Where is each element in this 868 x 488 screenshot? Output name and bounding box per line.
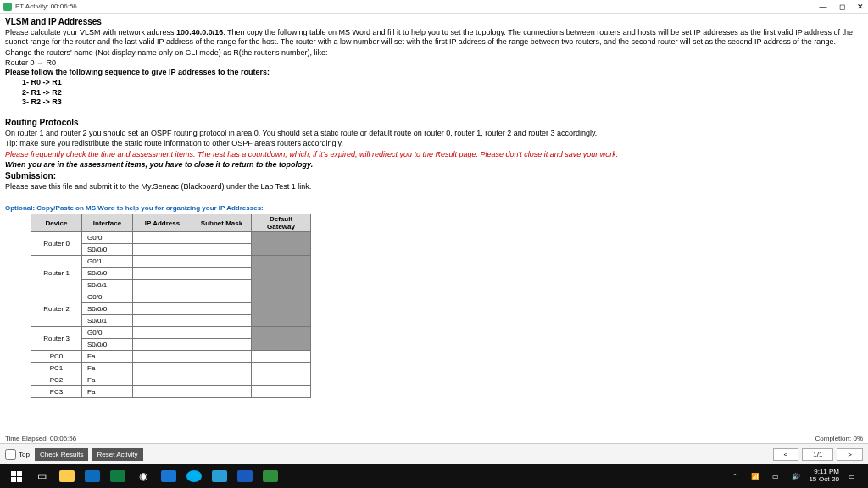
gateway-cell	[252, 363, 311, 374]
device-cell: PC2	[31, 374, 82, 386]
app-icon	[3, 3, 12, 11]
sequence-list: 1- R0 -> R1 2- R1 -> R2 3- R2 -> R3	[22, 78, 863, 108]
mask-cell	[192, 291, 252, 303]
minimize-button[interactable]: —	[819, 3, 827, 11]
interface-cell: S0/0/1	[82, 315, 133, 327]
section-heading-submission: Submission:	[5, 171, 863, 180]
interface-cell: S0/0/0	[82, 303, 133, 315]
gateway-cell	[252, 291, 311, 327]
tray-chevron-icon[interactable]: ˄	[727, 469, 743, 484]
skype-button[interactable]	[181, 467, 207, 485]
mask-cell	[192, 351, 252, 363]
optional-note: Optional: Copy/Paste on MS Word to help …	[5, 204, 863, 212]
start-button[interactable]	[3, 467, 29, 485]
ip-cell	[133, 232, 192, 244]
col-interface: Interface	[82, 214, 133, 232]
ip-cell	[133, 315, 192, 327]
prev-page-button[interactable]: <	[773, 448, 799, 461]
mask-cell	[192, 386, 252, 398]
instruction-paragraph-2: Change the routers' name (Not display na…	[5, 48, 863, 58]
interface-cell: G0/0	[82, 291, 133, 303]
taskbar-clock[interactable]: 9:11 PM 15-Oct-20	[809, 469, 839, 484]
network-icon[interactable]: 📶	[748, 469, 763, 484]
gateway-cell	[252, 351, 311, 363]
interface-cell: S0/0/0	[82, 268, 133, 280]
activity-footer: Top Check Results Reset Activity < 1/1 >	[0, 443, 868, 464]
mask-cell	[192, 363, 252, 374]
windows-taskbar: ▭ ◉ ˄ 📶 ▭ 🔊 9:11 PM 15-Oct-20 ▭	[0, 464, 868, 488]
interface-cell: S0/0/0	[82, 244, 133, 256]
close-button[interactable]: ✕	[856, 3, 865, 11]
maximize-button[interactable]: ◻	[837, 3, 846, 11]
reset-activity-button[interactable]: Reset Activity	[92, 448, 142, 461]
mask-cell	[192, 303, 252, 315]
system-tray[interactable]: ˄ 📶 ▭ 🔊 9:11 PM 15-Oct-20 ▭	[727, 469, 865, 484]
ip-cell	[133, 291, 192, 303]
time-elapsed-label: Time Elapsed: 00:06:56	[5, 435, 76, 442]
word-button[interactable]	[232, 467, 258, 485]
sequence-item-3: 3- R2 -> R3	[22, 97, 863, 108]
mask-cell	[192, 339, 252, 351]
col-mask: Subnet Mask	[192, 214, 252, 232]
chrome-button[interactable]: ◉	[131, 467, 156, 485]
gateway-cell	[252, 386, 311, 398]
ip-cell	[133, 351, 192, 363]
battery-icon[interactable]: ▭	[768, 469, 783, 484]
packet-tracer-button[interactable]	[258, 467, 283, 485]
window-title: PT Activity: 00:06:56	[15, 3, 819, 10]
top-checkbox[interactable]	[5, 449, 16, 460]
app-button-1[interactable]	[156, 467, 181, 485]
section-heading-vlsm: VLSM and IP Addresses	[5, 17, 863, 26]
notifications-icon[interactable]: ▭	[844, 469, 860, 484]
device-cell: PC0	[31, 351, 82, 363]
windows-logo-icon	[11, 471, 22, 482]
table-row: Router 1G0/1	[31, 256, 311, 268]
mail-button[interactable]	[80, 467, 105, 485]
table-row: Router 2G0/0	[31, 291, 311, 303]
ip-cell	[133, 303, 192, 315]
table-row: PC2Fa	[31, 374, 311, 386]
completion-label: Completion: 0%	[815, 435, 863, 442]
mask-cell	[192, 256, 252, 268]
ip-cell	[133, 374, 192, 386]
excel-button[interactable]	[105, 467, 131, 485]
sequence-item-2: 2- R1 -> R2	[22, 88, 863, 98]
device-cell: Router 1	[31, 256, 82, 291]
device-cell: PC1	[31, 363, 82, 374]
ip-cell	[133, 256, 192, 268]
interface-cell: Fa	[82, 374, 133, 386]
interface-cell: S0/0/1	[82, 280, 133, 291]
page-indicator: 1/1	[802, 448, 833, 461]
table-row: PC3Fa	[31, 386, 311, 398]
submission-paragraph: Please save this file and submit it to t…	[5, 182, 863, 191]
instruction-paragraph-1: Please calculate your VLSM with network …	[5, 28, 863, 47]
check-results-button[interactable]: Check Results	[35, 448, 89, 461]
table-row: Router 3G0/0	[31, 327, 311, 339]
mask-cell	[192, 232, 252, 244]
mask-cell	[192, 315, 252, 327]
file-explorer-button[interactable]	[54, 467, 80, 485]
table-row: Router 0G0/0	[31, 232, 311, 244]
routing-paragraph-1: On router 1 and router 2 you should set …	[5, 129, 863, 138]
activity-content: VLSM and IP Addresses Please calculate y…	[0, 14, 868, 443]
ip-cell	[133, 327, 192, 339]
app-button-2[interactable]	[207, 467, 232, 485]
interface-cell: G0/1	[82, 256, 133, 268]
routing-tip: Tip: make sure you redistribute the stat…	[5, 139, 863, 148]
gateway-cell	[252, 374, 311, 386]
mask-cell	[192, 327, 252, 339]
router-rename-example: Router 0 → R0	[5, 58, 863, 67]
routing-warning: Please frequently check the time and ass…	[5, 150, 863, 159]
interface-cell: Fa	[82, 351, 133, 363]
col-device: Device	[31, 214, 82, 232]
device-cell: Router 3	[31, 327, 82, 351]
volume-icon[interactable]: 🔊	[788, 469, 804, 484]
routing-close-note: When you are in the assessment items, yo…	[5, 160, 863, 169]
task-view-button[interactable]: ▭	[29, 467, 54, 485]
ip-cell	[133, 268, 192, 280]
section-heading-routing: Routing Protocols	[5, 118, 863, 127]
mask-cell	[192, 280, 252, 291]
next-page-button[interactable]: >	[837, 448, 863, 461]
table-row: PC1Fa	[31, 363, 311, 374]
device-cell: Router 2	[31, 291, 82, 327]
